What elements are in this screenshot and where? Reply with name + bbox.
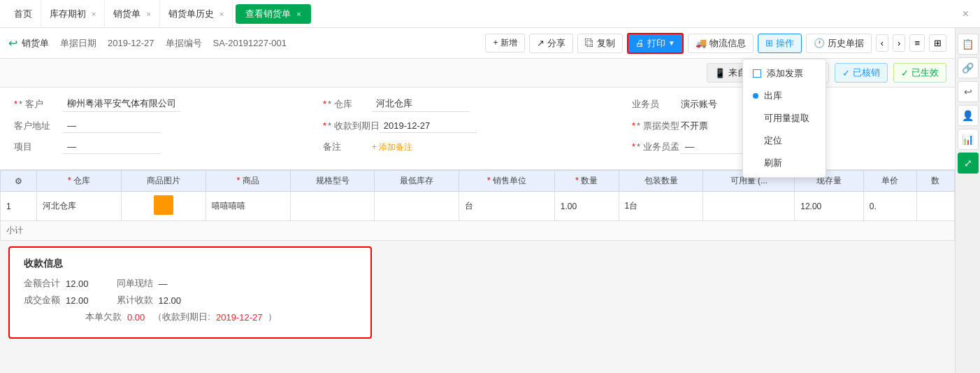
- sidebar-btn-1[interactable]: 📋: [958, 34, 979, 55]
- logistics-button[interactable]: 🚚 物流信息: [688, 34, 754, 53]
- view-list-button[interactable]: ≡: [909, 34, 925, 52]
- dropdown-item-outbound[interactable]: 出库: [743, 85, 826, 107]
- view-grid-button[interactable]: ⊞: [929, 34, 946, 52]
- history-button[interactable]: 🕐 历史单据: [806, 34, 872, 53]
- customer-value[interactable]: 柳州粤港平安气体有限公司: [63, 96, 180, 112]
- table-row[interactable]: 1 河北仓库 嘻嘻嘻嘻 台 1.00 1台 12.00 0.: [1, 192, 955, 221]
- tab-view-sales-close[interactable]: ×: [296, 10, 301, 18]
- tab-sales-label: 销货单: [113, 8, 140, 20]
- payment-date-label: * 收款到期日: [323, 120, 380, 132]
- same-order-field: 同单现结 —: [117, 277, 168, 290]
- payment-date-value[interactable]: 2019-12-27: [380, 119, 477, 133]
- customer-field: * 客户 柳州粤港平安气体有限公司: [14, 96, 323, 112]
- sidebar-btn-4[interactable]: 👤: [958, 105, 979, 126]
- col-unit: * 销售单位: [459, 171, 554, 192]
- same-order-label: 同单现结: [117, 277, 153, 290]
- cell-price: 0.: [863, 192, 916, 221]
- project-field: 项目 —: [14, 140, 323, 154]
- print-label: 打印: [647, 37, 665, 50]
- doc-title: ↩ 销货单: [8, 36, 49, 50]
- product-image: [154, 195, 173, 215]
- address-label: 客户地址: [14, 120, 63, 132]
- tab-view-sales[interactable]: 查看销货单 ×: [236, 4, 311, 24]
- cell-product: 嘻嘻嘻嘻: [206, 192, 290, 221]
- dropdown-item-refresh[interactable]: 刷新: [743, 152, 826, 174]
- project-label: 项目: [14, 141, 63, 153]
- square-icon: [753, 69, 761, 78]
- total-value: 12.00: [66, 279, 89, 289]
- warehouse-field: * 仓库 河北仓库: [323, 96, 632, 112]
- invoice-value: 不开票: [681, 120, 708, 132]
- action-button[interactable]: ⊞ 操作: [758, 34, 802, 53]
- print-icon: 🖨: [635, 38, 644, 48]
- tab-home[interactable]: 首页: [6, 0, 41, 28]
- cumulative-field: 累计收款 12.00: [117, 294, 182, 307]
- share-button[interactable]: ↗ 分享: [529, 34, 573, 53]
- cell-pack-qty: 1台: [619, 192, 703, 221]
- sidebar-btn-3[interactable]: ↩: [958, 81, 979, 102]
- copy-button[interactable]: ⿻ 复制: [577, 34, 623, 53]
- confirm2-icon: ✓: [901, 68, 909, 78]
- tab-inventory-close[interactable]: ×: [92, 10, 96, 18]
- warehouse-value[interactable]: 河北仓库: [372, 96, 470, 112]
- address-value[interactable]: —: [63, 119, 161, 133]
- tab-sales-close[interactable]: ×: [146, 10, 150, 18]
- confirm2-btn[interactable]: ✓ 已生效: [893, 63, 946, 83]
- sidebar-btn-5[interactable]: 📊: [958, 129, 979, 150]
- col-image: 商品图片: [121, 171, 206, 192]
- dropdown-item-locate[interactable]: 定位: [743, 129, 826, 152]
- cell-image: [121, 192, 206, 221]
- payment-info-row-1: 金额合计 12.00 同单现结 —: [24, 277, 356, 290]
- dropdown-item-label: 可用量提取: [764, 112, 809, 125]
- tab-sales-history[interactable]: 销货单历史 ×: [160, 0, 233, 28]
- dropdown-item-add-invoice[interactable]: 添加发票: [743, 62, 826, 85]
- tab-inventory[interactable]: 库存期初 ×: [41, 0, 105, 28]
- deal-field: 成交金额 12.00: [24, 294, 89, 307]
- col-more: 数: [916, 171, 954, 192]
- sidebar-btn-2[interactable]: 🔗: [958, 57, 979, 78]
- subtotal-label: 小计: [1, 221, 955, 241]
- remark-field: 备注 + 添加备注: [323, 141, 632, 153]
- cell-more: [916, 192, 954, 221]
- nav-prev-button[interactable]: ‹: [876, 34, 888, 52]
- nav-next-button[interactable]: ›: [893, 34, 905, 52]
- total-field: 金额合计 12.00: [24, 277, 89, 290]
- tab-inventory-label: 库存期初: [50, 8, 86, 20]
- window-close-button[interactable]: ×: [957, 8, 974, 20]
- warehouse-label: * 仓库: [323, 98, 372, 111]
- confirm-btn[interactable]: ✓ 已核销: [835, 63, 888, 83]
- dropdown-item-label: 添加发票: [767, 67, 803, 80]
- owe-field: 本单欠款 0.00 （收款到期日: 2019-12-27 ）: [24, 311, 356, 323]
- tab-sales-history-close[interactable]: ×: [219, 10, 224, 18]
- owe-value: 0.00: [127, 312, 145, 323]
- confirm-label: 已核销: [853, 66, 880, 79]
- dot-blue-icon: [753, 93, 758, 99]
- col-settings[interactable]: ⚙: [1, 171, 37, 192]
- table-wrap: ⚙ * 仓库 商品图片 * 商品 规格型号 最低库存 * 销售单位 * 数量 包…: [0, 170, 955, 241]
- cumulative-label: 累计收款: [117, 294, 153, 307]
- owe-label: 本单欠款: [85, 311, 122, 323]
- tab-home-label: 首页: [14, 8, 32, 20]
- action-dropdown: 添加发票出库可用量提取定位刷新: [742, 59, 826, 178]
- col-product: * 商品: [206, 171, 290, 192]
- logistics-icon: 🚚: [696, 38, 707, 48]
- cell-unit: 台: [459, 192, 554, 221]
- print-button[interactable]: 🖨 打印 ▼: [627, 33, 684, 54]
- share-label: 分享: [547, 37, 565, 50]
- cell-stock: 12.00: [795, 192, 864, 221]
- sidebar-btn-expand[interactable]: ⤢: [958, 153, 979, 174]
- add-button[interactable]: + 新增: [485, 34, 524, 52]
- add-remark-button[interactable]: + 添加备注: [372, 141, 412, 153]
- tab-sales[interactable]: 销货单 ×: [105, 0, 159, 28]
- project-value[interactable]: —: [63, 140, 161, 154]
- right-sidebar: 📋 🔗 ↩ 👤 📊 ⤢: [955, 28, 980, 373]
- copy-icon: ⿻: [585, 38, 594, 48]
- dropdown-item-available-qty[interactable]: 可用量提取: [743, 107, 826, 129]
- num-label: 单据编号: [166, 37, 202, 50]
- same-order-value: —: [159, 279, 168, 289]
- copy-label: 复制: [597, 37, 615, 50]
- dropdown-item-label: 刷新: [764, 157, 782, 169]
- col-qty: * 数量: [554, 171, 619, 192]
- dot-empty-icon: [753, 160, 758, 166]
- confirm-icon: ✓: [842, 68, 850, 78]
